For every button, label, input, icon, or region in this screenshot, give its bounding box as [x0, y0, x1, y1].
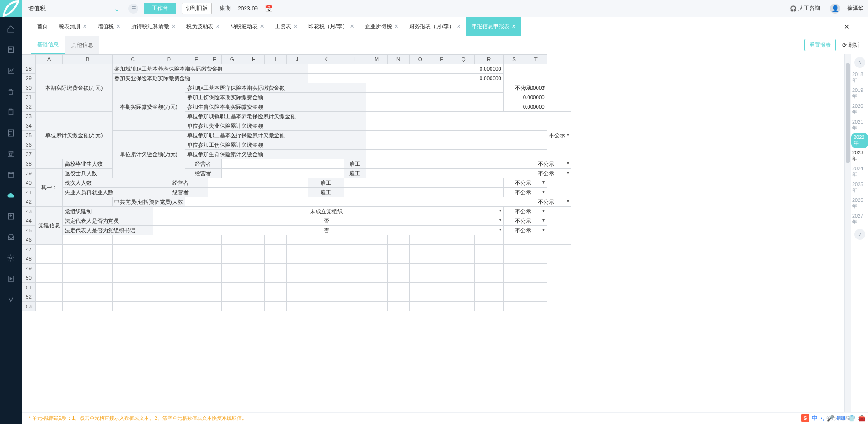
workbench-button[interactable]: 工作台 [144, 3, 176, 14]
nav-doc-icon[interactable] [5, 44, 16, 55]
row-header[interactable]: 40 [22, 178, 36, 188]
row-header[interactable]: 41 [22, 188, 36, 197]
nav-calc-icon[interactable] [5, 128, 16, 138]
period-value[interactable]: 2023-09 [238, 5, 258, 12]
tab-0[interactable]: 首页 [32, 17, 53, 36]
tab-expand-icon[interactable]: ⛶ [855, 22, 865, 32]
consult-link[interactable]: 🎧 人工咨询 [790, 5, 820, 12]
year-2026年[interactable]: 2026年 [851, 195, 868, 211]
tab-close-icon[interactable]: ✕ [171, 24, 175, 29]
tab-close-icon[interactable]: ✕ [512, 24, 516, 29]
year-2025年[interactable]: 2025年 [851, 180, 868, 195]
col-header[interactable]: F [208, 55, 221, 64]
tab-close-icon[interactable]: ✕ [116, 24, 120, 29]
col-header[interactable]: J [286, 55, 308, 64]
tab-close-icon[interactable]: ✕ [394, 24, 398, 29]
row-header[interactable]: 33 [22, 112, 36, 121]
ime-lang-icon[interactable]: 中 [812, 414, 818, 422]
year-down-icon[interactable]: ∨ [854, 229, 865, 240]
tab-1[interactable]: 税表清册✕ [53, 17, 92, 36]
nav-settings-icon[interactable] [5, 252, 16, 263]
tab-close-icon[interactable]: ✕ [350, 24, 354, 29]
reset-report-button[interactable]: 重置报表 [804, 39, 836, 51]
tab-close-icon[interactable]: ✕ [457, 24, 461, 29]
year-2023年[interactable]: 2023年 [851, 148, 868, 164]
row-header[interactable]: 45 [22, 226, 36, 235]
col-header[interactable]: H [243, 55, 264, 64]
row-header[interactable]: 36 [22, 140, 36, 150]
row-header[interactable]: 28 [22, 64, 36, 74]
row-header[interactable]: 43 [22, 207, 36, 216]
year-up-icon[interactable]: ∧ [854, 57, 865, 68]
tab-2[interactable]: 增值税✕ [92, 17, 126, 36]
user-avatar-icon[interactable]: 👤 [830, 4, 840, 14]
nav-calendar-icon[interactable] [5, 169, 16, 180]
tab-4[interactable]: 税负波动表✕ [181, 17, 225, 36]
ime-logo-icon[interactable]: S [801, 414, 809, 422]
col-header[interactable]: M [366, 55, 387, 64]
col-header[interactable]: K [308, 55, 344, 64]
nav-inbox-icon[interactable] [5, 232, 16, 243]
tab-close-icon[interactable]: ✕ [260, 24, 264, 29]
year-2027年[interactable]: 2027年 [851, 211, 868, 227]
col-header[interactable]: D [153, 55, 185, 64]
row-header[interactable]: 31 [22, 93, 36, 102]
subtab-basic-info[interactable]: 基础信息 [31, 36, 65, 54]
ime-toolbox-icon[interactable]: 🧰 [858, 415, 865, 422]
tab-10[interactable]: 年报信息申报表✕ [466, 17, 521, 36]
row-header[interactable]: 37 [22, 150, 36, 159]
row-header[interactable]: 34 [22, 121, 36, 131]
ime-mic-icon[interactable]: 🎤 [827, 415, 834, 422]
year-2021年[interactable]: 2021年 [851, 117, 868, 133]
col-header[interactable]: G [221, 55, 243, 64]
col-header[interactable]: R [474, 55, 503, 64]
nav-export-icon[interactable] [5, 211, 16, 222]
col-header[interactable] [22, 55, 36, 64]
col-header[interactable]: Q [453, 55, 474, 64]
subtab-other-info[interactable]: 其他信息 [65, 36, 99, 54]
row-header[interactable]: 35 [22, 131, 36, 140]
col-header[interactable]: E [185, 55, 208, 64]
tab-close-icon[interactable]: ✕ [293, 24, 297, 29]
tab-3[interactable]: 所得税汇算清缴✕ [126, 17, 181, 36]
col-header[interactable]: L [344, 55, 366, 64]
row-header[interactable]: 42 [22, 197, 36, 207]
col-header[interactable]: N [387, 55, 409, 64]
year-2019年[interactable]: 2019年 [851, 86, 868, 101]
col-header[interactable]: B [63, 55, 113, 64]
ime-keyboard-icon[interactable]: ⌨ [837, 415, 845, 422]
nav-stamp-icon[interactable] [5, 148, 16, 159]
calendar-icon[interactable]: 📅 [265, 5, 273, 12]
year-2020年[interactable]: 2020年 [851, 101, 868, 117]
row-header[interactable]: 44 [22, 216, 36, 226]
col-header[interactable]: A [36, 55, 63, 64]
year-2022年[interactable]: 2022年 [851, 133, 868, 148]
tab-close-all-icon[interactable]: ✕ [842, 22, 852, 32]
nav-chart-icon[interactable] [5, 65, 16, 76]
row-header[interactable]: 30 [22, 83, 36, 93]
tab-6[interactable]: 工资表✕ [269, 17, 303, 36]
tab-close-icon[interactable]: ✕ [83, 24, 87, 29]
tab-7[interactable]: 印花税（月/季）✕ [303, 17, 359, 36]
tab-8[interactable]: 企业所得税✕ [359, 17, 404, 36]
col-header[interactable]: O [409, 55, 431, 64]
col-header[interactable]: C [113, 55, 153, 64]
header-list-icon[interactable]: ☰ [128, 4, 138, 14]
row-header[interactable]: 32 [22, 102, 36, 112]
vertical-scrollbar[interactable] [844, 54, 851, 412]
nav-clipboard-icon[interactable] [5, 107, 16, 118]
nav-bag-icon[interactable] [5, 86, 16, 97]
nav-play-icon[interactable] [5, 273, 16, 284]
nav-v-icon[interactable] [5, 294, 16, 305]
col-header[interactable]: S [503, 55, 525, 64]
col-header[interactable]: I [264, 55, 286, 64]
ime-skin-icon[interactable]: 👕 [848, 415, 855, 422]
company-dropdown[interactable]: 增值税 ⌄ [28, 4, 120, 14]
old-version-button[interactable]: 切到旧版 [182, 3, 212, 14]
row-header[interactable]: 38 [22, 159, 36, 169]
tab-9[interactable]: 财务报表（月/季）✕ [404, 17, 466, 36]
col-header[interactable]: T [525, 55, 547, 64]
tab-close-icon[interactable]: ✕ [216, 24, 220, 29]
nav-cloud-icon[interactable] [5, 190, 16, 201]
year-2024年[interactable]: 2024年 [851, 164, 868, 180]
